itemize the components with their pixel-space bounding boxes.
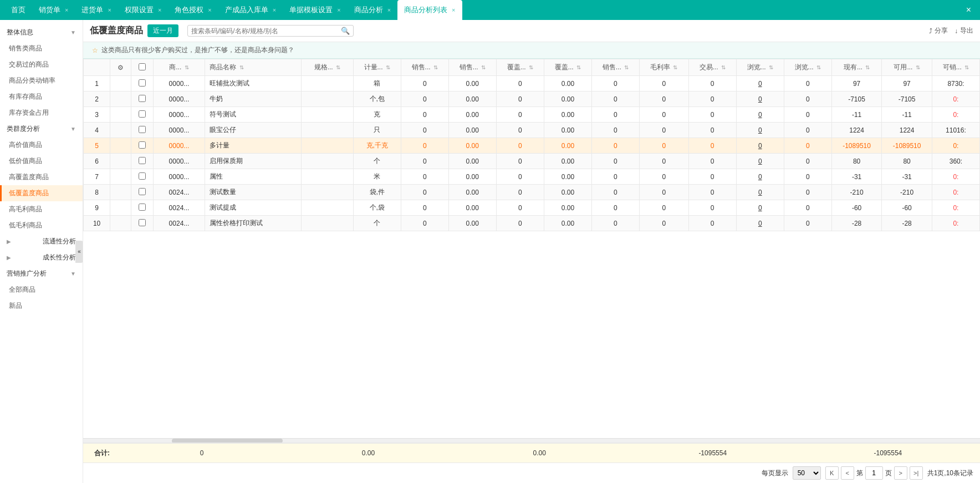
sidebar-item-all-goods[interactable]: 全部商品: [0, 282, 83, 298]
sidebar-section-liquidity[interactable]: ▶ 流通性分析: [0, 233, 83, 250]
cell-name[interactable]: 测试数量: [205, 185, 302, 200]
col-header-checkbox[interactable]: [131, 59, 153, 76]
cell-checkbox[interactable]: [131, 154, 153, 169]
col-header-current[interactable]: 现有... ⇅: [831, 59, 882, 76]
sidebar-collapse-button[interactable]: «: [75, 241, 83, 263]
col-header-sales-amt[interactable]: 销售... ⇅: [448, 59, 496, 76]
cell-name[interactable]: 测试提成: [205, 200, 302, 216]
row-checkbox[interactable]: [139, 157, 146, 164]
row-checkbox[interactable]: [139, 188, 146, 195]
nav-purchase-order-close[interactable]: ×: [108, 0, 111, 20]
cell-browse1[interactable]: 0: [736, 154, 784, 169]
row-checkbox[interactable]: [139, 126, 146, 133]
nav-permission-close[interactable]: ×: [158, 0, 161, 20]
row-checkbox[interactable]: [139, 79, 146, 87]
cell-checkbox[interactable]: [131, 185, 153, 200]
sidebar-item-new-goods[interactable]: 新品: [0, 298, 83, 314]
cell-name[interactable]: 多计量: [205, 138, 302, 154]
cell-browse1[interactable]: 0: [736, 91, 784, 107]
nav-product-analysis-list[interactable]: 商品分析列表 ×: [397, 0, 462, 20]
window-close-button[interactable]: ×: [962, 5, 976, 15]
row-checkbox[interactable]: [139, 110, 146, 118]
sidebar-item-sales-goods[interactable]: 销售类商品: [0, 40, 83, 57]
first-page-button[interactable]: K: [825, 466, 839, 480]
sidebar-section-cluster[interactable]: 类群度分析 ▼: [0, 121, 83, 137]
sidebar-item-stock-capital[interactable]: 库存资金占用: [0, 105, 83, 121]
cell-browse1[interactable]: 0: [736, 107, 784, 123]
select-all-checkbox[interactable]: [139, 63, 146, 70]
cell-name[interactable]: 符号测试: [205, 107, 302, 123]
nav-product-stock-close[interactable]: ×: [273, 0, 276, 20]
col-header-margin[interactable]: 毛利率 ⇅: [639, 59, 688, 76]
nav-purchase-order[interactable]: 进货单 ×: [75, 0, 118, 20]
cell-browse1[interactable]: 0: [736, 76, 784, 91]
sidebar-item-low-coverage[interactable]: 低覆盖度商品: [0, 185, 83, 201]
share-button[interactable]: ⤴ 分享: [929, 26, 948, 35]
col-header-name[interactable]: 商品名称 ⇅: [205, 59, 302, 76]
col-header-sellable[interactable]: 可销... ⇅: [932, 59, 979, 76]
cell-checkbox[interactable]: [131, 123, 153, 138]
cell-browse1[interactable]: 0: [736, 123, 784, 138]
cell-checkbox[interactable]: [131, 200, 153, 216]
cell-checkbox[interactable]: [131, 138, 153, 154]
cell-name[interactable]: 旺辅批次测试: [205, 76, 302, 91]
nav-sales-order-close[interactable]: ×: [65, 0, 68, 20]
cell-checkbox[interactable]: [131, 91, 153, 107]
sidebar-item-high-coverage[interactable]: 高覆盖度商品: [0, 169, 83, 185]
col-header-unit[interactable]: 计量... ⇅: [353, 59, 401, 76]
cell-name[interactable]: 启用保质期: [205, 154, 302, 169]
col-header-sales-qty[interactable]: 销售... ⇅: [401, 59, 448, 76]
sidebar-item-low-value[interactable]: 低价值商品: [0, 153, 83, 169]
sidebar-section-marketing[interactable]: 营销推广分析 ▼: [0, 266, 83, 282]
nav-sales-order[interactable]: 销货单 ×: [32, 0, 75, 20]
col-header-browse2[interactable]: 浏览... ⇅: [784, 59, 831, 76]
row-checkbox[interactable]: [139, 141, 146, 149]
filter-period-button[interactable]: 近一月: [147, 24, 178, 37]
nav-product-analysis[interactable]: 商品分析 ×: [348, 0, 397, 20]
cell-checkbox[interactable]: [131, 216, 153, 231]
sidebar-item-category-turnover[interactable]: 商品分类动销率: [0, 73, 83, 89]
cell-browse1[interactable]: 0: [736, 200, 784, 216]
nav-role-auth-close[interactable]: ×: [208, 0, 211, 20]
cell-checkbox[interactable]: [131, 107, 153, 123]
col-header-browse1[interactable]: 浏览... ⇅: [736, 59, 784, 76]
col-header-available[interactable]: 可用... ⇅: [882, 59, 932, 76]
row-checkbox[interactable]: [139, 172, 146, 180]
cell-browse1[interactable]: 0: [736, 216, 784, 231]
page-number-input[interactable]: [865, 466, 883, 480]
cell-checkbox[interactable]: [131, 76, 153, 91]
col-header-check[interactable]: ⚙: [110, 59, 131, 76]
col-header-code[interactable]: 商... ⇅: [153, 59, 205, 76]
nav-home[interactable]: 首页: [4, 0, 32, 20]
col-header-trade[interactable]: 交易... ⇅: [688, 59, 736, 76]
sidebar-item-in-stock-goods[interactable]: 有库存商品: [0, 89, 83, 105]
cell-name[interactable]: 眼宝公仔: [205, 123, 302, 138]
nav-product-analysis-close[interactable]: ×: [387, 0, 391, 20]
sidebar-item-traded-goods[interactable]: 交易过的商品: [0, 57, 83, 73]
cell-browse1[interactable]: 0: [736, 138, 784, 154]
gear-icon[interactable]: ⚙: [118, 64, 124, 72]
export-button[interactable]: ↓ 导出: [955, 26, 973, 35]
nav-product-analysis-list-close[interactable]: ×: [452, 0, 455, 20]
prev-page-button[interactable]: <: [841, 466, 854, 480]
cell-name[interactable]: 属性价格打印测试: [205, 216, 302, 231]
search-input[interactable]: [191, 27, 341, 35]
sidebar-section-growth[interactable]: ▶ 成长性分析: [0, 250, 83, 266]
col-header-sales3[interactable]: 销售... ⇅: [591, 59, 639, 76]
col-header-cover1[interactable]: 覆盖... ⇅: [496, 59, 544, 76]
sidebar-item-low-margin[interactable]: 低毛利商品: [0, 217, 83, 233]
horizontal-scrollbar[interactable]: [83, 438, 980, 443]
next-page-button[interactable]: >: [894, 466, 907, 480]
col-header-spec[interactable]: 规格... ⇅: [302, 59, 354, 76]
nav-doc-template[interactable]: 单据模板设置 ×: [283, 0, 347, 20]
cell-browse1[interactable]: 0: [736, 185, 784, 200]
sidebar-item-high-value[interactable]: 高价值商品: [0, 137, 83, 153]
per-page-select[interactable]: 50 20 100: [793, 466, 821, 480]
cell-name[interactable]: 牛奶: [205, 91, 302, 107]
row-checkbox[interactable]: [139, 219, 146, 226]
row-checkbox[interactable]: [139, 95, 146, 102]
cell-browse1[interactable]: 0: [736, 169, 784, 185]
sidebar-section-overall[interactable]: 整体信息 ▼: [0, 24, 83, 40]
nav-product-stock[interactable]: 产成品入库单 ×: [218, 0, 283, 20]
row-checkbox[interactable]: [139, 204, 146, 211]
